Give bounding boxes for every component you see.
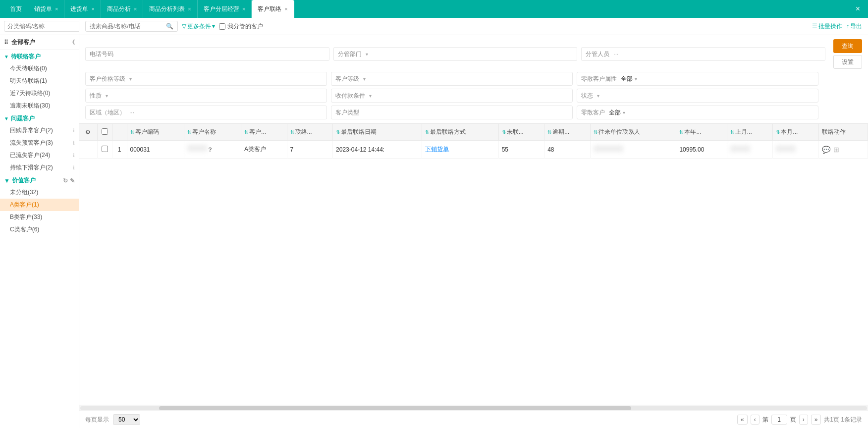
sidebar-item-ungrouped[interactable]: 未分组(32) [0,186,79,199]
scrollbar-thumb[interactable] [159,406,631,410]
col-name[interactable]: ⇅客户名称 [184,124,241,141]
row-checkbox[interactable] [97,141,112,159]
price-level-field[interactable]: 客户价格等级 ▾ [85,72,327,86]
sidebar-item-abnormal-repurchase[interactable]: 回购异常客户(2) ℹ [0,124,79,137]
col-last-method[interactable]: ⇅最后联络方式 [422,124,498,141]
qr-icon[interactable]: ⊞ [833,146,839,154]
nav-product-analysis-list[interactable]: 商品分析列表 × [143,0,197,18]
col-index [112,124,127,141]
prev-page-btn[interactable]: ‹ [751,415,760,425]
customer-type-field[interactable]: 客户类型 [331,106,573,119]
customer-level-field[interactable]: 客户等级 ▾ [331,72,573,86]
page-input[interactable] [771,415,787,425]
last-page-btn[interactable]: » [811,415,821,425]
manager-more-btn[interactable]: ··· [613,51,618,57]
row-no-contact: 55 [498,141,544,159]
sidebar-item-7day-pending[interactable]: 近7天待联络(0) [0,87,79,100]
batch-op-btn[interactable]: ☰ 批量操作 [812,22,842,31]
payment-field[interactable]: 收付款条件 ▾ [331,89,573,103]
nav-home[interactable]: 首页 [4,0,28,18]
col-last-date[interactable]: ⇅最后联络日期 [333,124,422,141]
nav-product-analysis[interactable]: 商品分析 × [101,0,143,18]
sidebar-item-overdue-pending[interactable]: 逾期未联络(30) [0,100,79,112]
col-unit-contact[interactable]: ⇅往来单位联系人 [590,124,676,141]
edit-icon[interactable]: ✎ [70,177,75,184]
status-field[interactable]: 状态 ▾ [577,89,818,103]
filter-search-input[interactable] [90,23,164,30]
col-overdue[interactable]: ⇅逾期... [544,124,591,141]
row-select-checkbox[interactable] [102,146,108,152]
page-size-label: 每页显示 [85,416,109,424]
row-contact: 7 [287,141,333,159]
row-last-method[interactable]: 下销货单 [422,141,498,159]
col-level[interactable]: ⇅客户... [241,124,287,141]
sidebar-search-area: 🔍 [0,18,79,35]
retail-customer-arrow: ▾ [623,110,625,115]
nav-customer-tier[interactable]: 客户分层经营 × [198,0,252,18]
page-size-select[interactable]: 50 10 20 100 [113,414,140,425]
sidebar-item-class-a[interactable]: A类客户(1) [0,199,79,211]
close-customer-contact-tab[interactable]: × [284,6,287,12]
nav-sales[interactable]: 销货单 × [28,0,64,18]
table-header-row: ⚙ ⇅客户编码 ⇅客户名称 ⇅客户... ⇅联络... ⇅最后联络日期 ⇅最后联… [79,124,868,141]
col-this-month[interactable]: ⇅本月... [773,124,819,141]
action-icons: 💬 ⊞ [822,146,865,154]
refresh-icon[interactable]: ↻ [63,177,68,184]
next-page-btn[interactable]: › [799,415,808,425]
sidebar-item-churn-warning[interactable]: 流失预警客户(3) ℹ [0,137,79,149]
more-filter-btn[interactable]: ▽ 更多条件 ▾ [182,22,215,31]
sidebar-item-declining[interactable]: 持续下滑客户(2) ℹ [0,161,79,174]
my-customers-check[interactable] [219,23,225,30]
region-more-btn[interactable]: ··· [129,109,134,116]
export-btn[interactable]: ↑ 导出 [846,22,862,31]
col-contact[interactable]: ⇅联络... [287,124,333,141]
nature-field[interactable]: 性质 ▾ [85,89,327,103]
col-this-year[interactable]: ⇅本年... [676,124,727,141]
close-product-analysis-tab[interactable]: × [134,6,137,12]
value-icons[interactable]: ↻ ✎ [63,177,75,184]
chat-icon[interactable]: 💬 [822,146,830,154]
col-last-month[interactable]: ⇅上月... [727,124,773,141]
sidebar-item-today-pending[interactable]: 今天待联络(0) [0,62,79,75]
close-all-tabs[interactable]: × [852,4,864,13]
sidebar-item-churned[interactable]: 已流失客户(24) ℹ [0,149,79,161]
sidebar-search-input[interactable] [4,21,79,32]
sidebar: 🔍 ⠿ 全部客户 《 ▼ 待联络客户 今天待联络(0) 明天待联络(1) 近7天… [0,18,79,428]
region-field[interactable]: 区域（地区） ··· [85,106,327,119]
filter-search-icon[interactable]: 🔍 [166,23,173,30]
sidebar-item-class-c[interactable]: C类客户(6) [0,223,79,236]
group-pending-contact[interactable]: ▼ 待联络客户 [0,50,79,62]
nav-purchase[interactable]: 进货单 × [64,0,101,18]
scrollbar-track[interactable] [80,406,867,410]
sidebar-item-tomorrow-pending[interactable]: 明天待联络(1) [0,75,79,87]
close-product-analysis-list-tab[interactable]: × [188,6,191,12]
dept-field[interactable]: 分管部门 ▾ [333,47,578,61]
close-sales-tab[interactable]: × [55,6,58,12]
close-purchase-tab[interactable]: × [91,6,94,12]
manager-field[interactable]: 分管人员 ··· [581,47,825,61]
col-settings[interactable]: ⚙ [79,124,97,141]
name-blurred [187,145,207,152]
select-all-checkbox[interactable] [102,128,108,135]
retail-attr-field[interactable]: 零散客户属性 全部 ▾ [577,72,818,86]
row-index: 1 [112,141,127,159]
collapse-btn[interactable]: 《 [69,39,75,46]
col-no-contact[interactable]: ⇅未联... [498,124,544,141]
col-sort-code: ⇅ [130,129,134,135]
all-customers-header[interactable]: ⠿ 全部客户 《 [0,35,79,50]
info-icon-2: ℹ [73,140,75,146]
sidebar-item-class-b[interactable]: B类客户(33) [0,211,79,223]
close-customer-tier-tab[interactable]: × [242,6,245,12]
group-value-customers[interactable]: ▼ 价值客户 ↻ ✎ [0,174,79,186]
group-problem-customers[interactable]: ▼ 问题客户 [0,112,79,124]
retail-customer-field[interactable]: 零散客户 全部 ▾ [577,106,818,119]
main-layout: 🔍 ⠿ 全部客户 《 ▼ 待联络客户 今天待联络(0) 明天待联络(1) 近7天… [0,18,868,428]
col-code[interactable]: ⇅客户编码 [127,124,184,141]
first-page-btn[interactable]: « [737,415,748,425]
last-method-link[interactable]: 下销货单 [425,146,449,153]
query-button[interactable]: 查询 [833,39,862,53]
horizontal-scrollbar[interactable] [79,405,868,411]
settings-button[interactable]: 设置 [833,55,862,69]
nav-customer-contact[interactable]: 客户联络 × [252,0,294,18]
my-customers-checkbox[interactable]: 我分管的客户 [219,22,263,31]
